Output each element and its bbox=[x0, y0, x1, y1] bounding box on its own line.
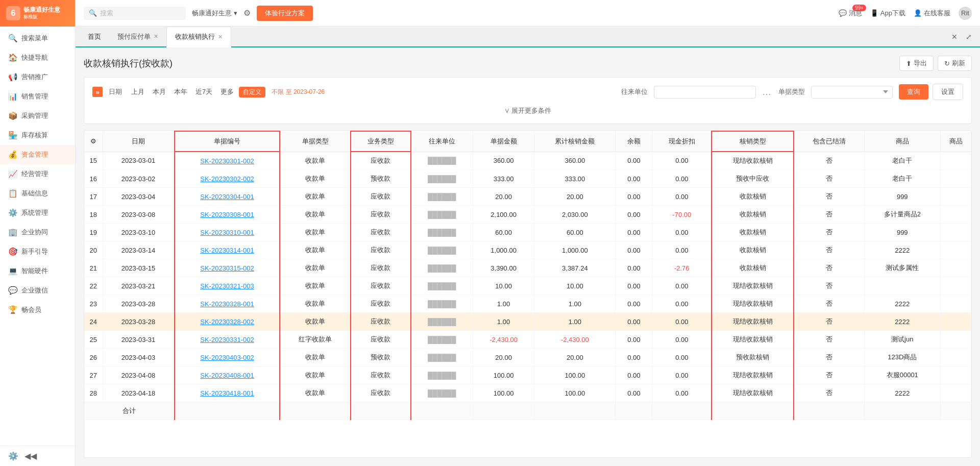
doc-no-link[interactable]: SK-20230302-002 bbox=[200, 175, 254, 183]
search-placeholder: 搜索 bbox=[100, 9, 113, 18]
sidebar-item-quick[interactable]: 🏠 快捷导航 bbox=[0, 48, 75, 67]
row-date: 2023-03-01 bbox=[103, 152, 175, 170]
doc-no-link[interactable]: SK-20230328-002 bbox=[200, 318, 254, 326]
tab-close-all[interactable]: ✕ bbox=[947, 31, 962, 43]
row-doc-type: 收款单 bbox=[280, 152, 351, 170]
doc-no-link[interactable]: SK-20230408-001 bbox=[200, 372, 254, 379]
sidebar-item-hardware[interactable]: 💻 智能硬件 bbox=[0, 261, 75, 281]
sidebar-item-member[interactable]: 🏆 畅会员 bbox=[0, 300, 75, 320]
tab-expand[interactable]: ⤢ bbox=[962, 31, 976, 43]
last-7-days-btn[interactable]: 近7天 bbox=[192, 86, 215, 97]
doc-no-link[interactable]: SK-20230328-001 bbox=[200, 300, 254, 308]
sidebar-item-system[interactable]: ⚙️ 系统管理 bbox=[0, 203, 75, 223]
row-date: 2023-03-08 bbox=[103, 206, 175, 224]
tab-prepay-label: 预付应付单 bbox=[117, 32, 151, 41]
export-icon: ⬆ bbox=[906, 60, 912, 67]
row-amount: 100.00 bbox=[473, 384, 534, 402]
table-settings-icon[interactable]: ⚙ bbox=[90, 137, 96, 145]
row-writeoff-type: 收款核销 bbox=[712, 259, 794, 277]
settings-footer-icon[interactable]: ⚙️ bbox=[8, 451, 18, 461]
message-button[interactable]: 💬 消息 99+ bbox=[839, 9, 862, 18]
doc-no-link[interactable]: SK-20230403-002 bbox=[200, 354, 254, 361]
tab-home[interactable]: 首页 bbox=[80, 27, 109, 46]
tab-collection-close[interactable]: ✕ bbox=[218, 34, 223, 40]
this-month-btn[interactable]: 本月 bbox=[150, 86, 169, 97]
row-accum-amount: 1,000.00 bbox=[534, 241, 616, 259]
row-writeoff-type: 收款核销 bbox=[712, 224, 794, 241]
row-biz-type: 应收款 bbox=[351, 331, 410, 349]
doc-no-link[interactable]: SK-20230304-001 bbox=[200, 193, 254, 201]
sidebar-item-enterprise-label: 企业协同 bbox=[21, 228, 48, 237]
sidebar-item-sales[interactable]: 📊 销售管理 bbox=[0, 87, 75, 106]
row-include-settled: 否 bbox=[794, 188, 864, 206]
expand-conditions-button[interactable]: ∨ 展开更多条件 bbox=[92, 104, 963, 117]
custom-btn[interactable]: 自定义 bbox=[239, 87, 265, 97]
counterpart-input[interactable] bbox=[654, 86, 756, 99]
row-date: 2023-03-31 bbox=[103, 331, 175, 349]
sidebar-item-basic[interactable]: 📋 基础信息 bbox=[0, 184, 75, 203]
receipt-type-select[interactable] bbox=[811, 86, 893, 99]
gear-icon[interactable]: ⚙ bbox=[243, 8, 251, 18]
row-balance: 0.00 bbox=[616, 241, 652, 259]
row-product2 bbox=[941, 366, 971, 384]
doc-no-link[interactable]: SK-20230321-003 bbox=[200, 282, 254, 290]
table-row: 22 2023-03-21 SK-20230321-003 收款单 应收款 ██… bbox=[84, 277, 971, 295]
tab-collection[interactable]: 收款核销执行 ✕ bbox=[166, 27, 231, 47]
tab-prepay-close[interactable]: ✕ bbox=[154, 33, 158, 40]
row-doc-type: 收款单 bbox=[280, 277, 351, 295]
sidebar-item-operations[interactable]: 📈 经营管理 bbox=[0, 164, 75, 184]
col-settings[interactable]: ⚙ bbox=[84, 131, 103, 152]
sidebar-item-search[interactable]: 🔍 搜索菜单 bbox=[0, 29, 75, 48]
row-doc-no: SK-20230403-002 bbox=[175, 349, 280, 366]
doc-no-link[interactable]: SK-20230315-002 bbox=[200, 264, 254, 272]
export-button[interactable]: ⬆ 导出 bbox=[899, 56, 934, 71]
sidebar-item-enterprise[interactable]: 🏢 企业协同 bbox=[0, 223, 75, 242]
row-biz-type: 应收款 bbox=[351, 188, 410, 206]
setting-button[interactable]: 设置 bbox=[933, 84, 963, 100]
app-download-button[interactable]: 📱 App下载 bbox=[870, 9, 905, 18]
last-month-btn[interactable]: 上月 bbox=[128, 86, 148, 97]
sidebar-item-marketing[interactable]: 📢 营销推广 bbox=[0, 67, 75, 87]
sidebar-item-purchase[interactable]: 📦 采购管理 bbox=[0, 106, 75, 126]
doc-no-link[interactable]: SK-20230314-001 bbox=[200, 247, 254, 254]
sidebar-item-inventory[interactable]: 🏪 库存核算 bbox=[0, 126, 75, 145]
row-balance: 0.00 bbox=[616, 313, 652, 331]
row-counterpart: ██████ bbox=[411, 170, 473, 188]
company-dropdown[interactable]: 畅康通好生意 ▾ bbox=[192, 9, 237, 18]
more-btn[interactable]: 更多 bbox=[217, 86, 237, 97]
collapse-icon[interactable]: ◀◀ bbox=[24, 451, 37, 461]
sidebar-item-inventory-label: 库存核算 bbox=[21, 131, 48, 140]
sidebar-item-guide[interactable]: 🎯 新手引导 bbox=[0, 242, 75, 261]
hardware-icon: 💻 bbox=[8, 266, 17, 276]
refresh-button[interactable]: ↻ 刷新 bbox=[938, 56, 972, 71]
sidebar-item-wechat[interactable]: 💬 企业微信 bbox=[0, 281, 75, 300]
row-doc-no: SK-20230328-002 bbox=[175, 313, 280, 331]
sidebar-menu: 🔍 搜索菜单 🏠 快捷导航 📢 营销推广 📊 销售管理 📦 采购管理 🏪 库存核… bbox=[0, 27, 75, 446]
online-service-button[interactable]: 👤 在线客服 bbox=[914, 9, 950, 18]
doc-no-link[interactable]: SK-20230308-001 bbox=[200, 211, 254, 218]
doc-no-link[interactable]: SK-20230310-001 bbox=[200, 229, 254, 236]
row-include-settled: 否 bbox=[794, 366, 864, 384]
sidebar-item-finance[interactable]: 💰 资金管理 bbox=[0, 145, 75, 164]
row-counterpart: ██████ bbox=[411, 313, 473, 331]
row-counterpart: ██████ bbox=[411, 206, 473, 224]
tab-prepay[interactable]: 预付应付单 ✕ bbox=[109, 27, 166, 46]
row-amount: 1.00 bbox=[473, 313, 534, 331]
filter-expand-button[interactable]: » bbox=[92, 87, 103, 97]
row-amount: -2,430.00 bbox=[473, 331, 534, 349]
search-bar[interactable]: 🔍 搜索 bbox=[84, 7, 186, 20]
this-year-btn[interactable]: 本年 bbox=[171, 86, 190, 97]
doc-no-link[interactable]: SK-20230331-002 bbox=[200, 336, 254, 344]
table-row: 24 2023-03-28 SK-20230328-002 收款单 应收款 ██… bbox=[84, 313, 971, 331]
message-icon: 💬 bbox=[839, 9, 847, 17]
avatar[interactable]: Rit bbox=[959, 7, 972, 20]
inventory-icon: 🏪 bbox=[8, 131, 17, 140]
col-cash-discount: 现金折扣 bbox=[652, 131, 712, 152]
query-button[interactable]: 查询 bbox=[899, 84, 928, 100]
doc-no-link[interactable]: SK-20230301-002 bbox=[200, 157, 254, 165]
solution-button[interactable]: 体验行业方案 bbox=[257, 6, 313, 21]
sidebar-item-hardware-label: 智能硬件 bbox=[21, 266, 48, 276]
table-row: 23 2023-03-28 SK-20230328-001 收款单 应收款 ██… bbox=[84, 295, 971, 313]
row-biz-type: 应收款 bbox=[351, 313, 410, 331]
doc-no-link[interactable]: SK-20230418-001 bbox=[200, 389, 254, 397]
